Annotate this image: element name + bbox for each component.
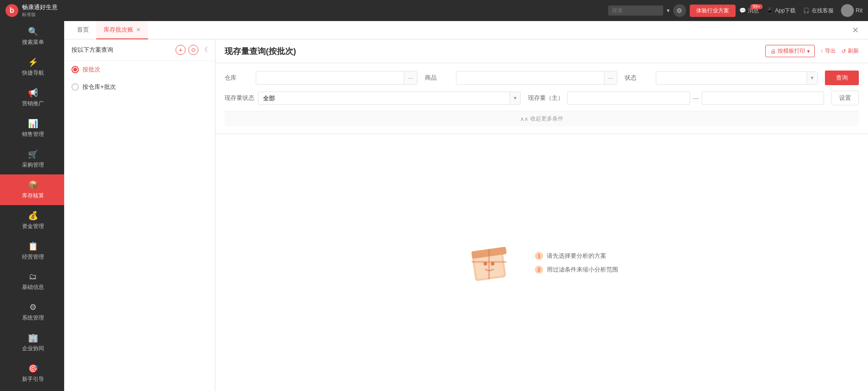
filter-panel-title: 按以下方案查询 bbox=[71, 46, 113, 54]
phone-icon: 📱 bbox=[766, 7, 773, 14]
main-layout: 🔍 搜索菜单 ⚡ 快捷导航 📢 营销推广 📊 销售管理 🛒 采购管理 📦 库存核… bbox=[0, 21, 868, 391]
app-download-btn[interactable]: 📱 App下载 bbox=[766, 7, 796, 15]
inventory-status-dropdown-arrow: ▾ bbox=[510, 92, 520, 104]
status-select[interactable]: 启用 停用 bbox=[656, 72, 807, 84]
quantity-field: 现存量（主） — bbox=[528, 92, 824, 105]
header-actions: 🖨 按模板打印 ▾ ↑ 导出 ↺ 刷新 bbox=[765, 45, 859, 57]
warehouse-input[interactable] bbox=[256, 71, 404, 84]
avatar-image bbox=[841, 4, 854, 17]
range-separator: — bbox=[693, 95, 699, 102]
filter-collapse-btn[interactable]: 《 bbox=[201, 46, 208, 54]
sidebar-item-inventory[interactable]: 📦 库存核算 bbox=[0, 174, 64, 205]
search-input[interactable] bbox=[608, 5, 663, 16]
radio-by-batch bbox=[71, 66, 79, 73]
status-label: 状态 bbox=[625, 74, 652, 82]
content-area: 首页 库存批次账 ✕ ✕ 按以下方案查询 + ⊙ 《 bbox=[64, 21, 868, 391]
status-select-wrap: 启用 停用 ▾ bbox=[656, 71, 818, 85]
megaphone-icon: 📢 bbox=[28, 88, 38, 98]
warehouse-dots-btn[interactable]: ··· bbox=[404, 71, 417, 84]
chevron-up-icon: ∧∧ bbox=[520, 116, 528, 122]
tab-bar: 首页 库存批次账 ✕ ✕ bbox=[64, 21, 868, 39]
quantity-label: 现存量（主） bbox=[528, 94, 564, 102]
export-icon: ↑ bbox=[820, 48, 823, 54]
lightning-icon: ⚡ bbox=[28, 57, 38, 67]
tab-inventory-batch[interactable]: 库存批次账 ✕ bbox=[96, 21, 148, 39]
query-btn[interactable]: 查询 bbox=[825, 71, 859, 85]
inventory-status-select[interactable]: 全部 有库存 无库存 bbox=[258, 92, 510, 104]
panel-close-btn[interactable]: ✕ bbox=[848, 25, 863, 35]
refresh-btn[interactable]: ↺ 刷新 bbox=[841, 47, 859, 55]
search-dropdown-btn[interactable]: ▾ bbox=[667, 7, 670, 14]
user-avatar[interactable]: Rit bbox=[841, 4, 863, 17]
filter-panel: 按以下方案查询 + ⊙ 《 按批次 按仓库+批次 bbox=[64, 39, 215, 391]
collapse-more-btn[interactable]: ∧∧ 收起更多条件 bbox=[225, 111, 859, 126]
sidebar-item-sales[interactable]: 📊 销售管理 bbox=[0, 113, 64, 144]
product-field: 商品 ··· bbox=[425, 71, 618, 85]
page-title: 现存量查询(按批次) bbox=[225, 46, 296, 57]
tab-home[interactable]: 首页 bbox=[70, 21, 96, 39]
warehouse-label: 仓库 bbox=[225, 74, 252, 82]
building-icon: 🏢 bbox=[28, 333, 38, 343]
sidebar: 🔍 搜索菜单 ⚡ 快捷导航 📢 营销推广 📊 销售管理 🛒 采购管理 📦 库存核… bbox=[0, 21, 64, 391]
refresh-icon: ↺ bbox=[841, 48, 846, 54]
app-name: 畅康通好生意 标准版 bbox=[22, 3, 604, 18]
sidebar-item-purchase[interactable]: 🛒 采购管理 bbox=[0, 144, 64, 174]
empty-illustration bbox=[465, 235, 520, 290]
settings-icon[interactable]: ⚙ bbox=[673, 4, 686, 17]
inventory-status-label: 现存量状态 bbox=[225, 94, 254, 102]
page-content: 按以下方案查询 + ⊙ 《 按批次 按仓库+批次 bbox=[64, 39, 868, 391]
product-label: 商品 bbox=[425, 74, 452, 82]
sidebar-item-marketing[interactable]: 📢 营销推广 bbox=[0, 82, 64, 113]
trial-btn[interactable]: 体验行业方案 bbox=[690, 5, 736, 17]
filter-item-by-batch[interactable]: 按批次 bbox=[64, 61, 215, 78]
quantity-max-input[interactable] bbox=[702, 92, 824, 105]
filter-add-btn[interactable]: + bbox=[176, 45, 186, 55]
page-header: 现存量查询(按批次) 🖨 按模板打印 ▾ ↑ 导出 ↺ bbox=[215, 39, 868, 63]
quantity-range: — bbox=[567, 92, 824, 105]
status-dropdown-arrow: ▾ bbox=[807, 72, 817, 84]
query-form: 仓库 ··· 商品 ··· bbox=[215, 63, 868, 134]
quantity-min-input[interactable] bbox=[567, 92, 690, 105]
topbar-right: 💬 消息 99+ 📱 App下载 🎧 在线客服 Rit bbox=[739, 4, 863, 17]
target-icon: 🎯 bbox=[28, 364, 38, 374]
tab-close-btn[interactable]: ✕ bbox=[136, 27, 141, 33]
product-input[interactable] bbox=[456, 71, 604, 84]
form-row-1: 仓库 ··· 商品 ··· bbox=[225, 71, 859, 85]
status-field: 状态 启用 停用 ▾ bbox=[625, 71, 818, 85]
print-icon: 🖨 bbox=[770, 48, 776, 54]
sidebar-item-system[interactable]: ⚙ 系统管理 bbox=[0, 297, 64, 327]
sidebar-item-finance[interactable]: 💰 资金管理 bbox=[0, 205, 64, 236]
filter-config-btn[interactable]: ⊙ bbox=[188, 45, 198, 55]
empty-hint-1: 1 请先选择要分析的方案 bbox=[535, 252, 618, 260]
warehouse-field: 仓库 ··· bbox=[225, 71, 418, 85]
sidebar-item-quick-nav[interactable]: ⚡ 快捷导航 bbox=[0, 52, 64, 82]
filter-item-by-warehouse-batch[interactable]: 按仓库+批次 bbox=[64, 78, 215, 96]
settings-btn[interactable]: 设置 bbox=[831, 91, 859, 105]
sidebar-item-enterprise[interactable]: 🏢 企业协同 bbox=[0, 327, 64, 358]
online-service-btn[interactable]: 🎧 在线客服 bbox=[803, 7, 834, 15]
messages-btn[interactable]: 💬 消息 99+ bbox=[739, 7, 759, 15]
export-btn[interactable]: ↑ 导出 bbox=[820, 47, 836, 55]
sidebar-item-guide[interactable]: 🎯 新手引导 bbox=[0, 358, 64, 389]
query-area: 现存量查询(按批次) 🖨 按模板打印 ▾ ↑ 导出 ↺ bbox=[215, 39, 868, 391]
sidebar-item-basic[interactable]: 🗂 基础信息 bbox=[0, 266, 64, 297]
inventory-status-field: 现存量状态 全部 有库存 无库存 ▾ bbox=[225, 92, 521, 105]
warehouse-input-wrap: ··· bbox=[256, 71, 418, 85]
radio-by-warehouse-batch bbox=[71, 83, 79, 91]
gear-icon: ⚙ bbox=[29, 302, 37, 312]
product-dots-btn[interactable]: ··· bbox=[604, 71, 617, 84]
inventory-status-select-wrap: 全部 有库存 无库存 ▾ bbox=[258, 92, 521, 105]
empty-hints: 1 请先选择要分析的方案 2 用过滤条件来缩小分析范围 bbox=[535, 252, 618, 274]
sidebar-item-search[interactable]: 🔍 搜索菜单 bbox=[0, 21, 64, 52]
app-logo: b bbox=[5, 4, 18, 17]
filter-panel-btns: + ⊙ 《 bbox=[176, 45, 208, 55]
empty-state: 1 请先选择要分析的方案 2 用过滤条件来缩小分析范围 bbox=[215, 134, 868, 391]
template-print-btn[interactable]: 🖨 按模板打印 ▾ bbox=[765, 45, 815, 57]
headset-icon: 🎧 bbox=[803, 7, 810, 14]
sidebar-item-operation[interactable]: 📋 经营管理 bbox=[0, 236, 64, 266]
sidebar-item-apps[interactable]: 📱 应用中心 bbox=[0, 389, 64, 391]
package-icon: 📦 bbox=[28, 180, 38, 190]
print-dropdown-icon: ▾ bbox=[807, 48, 810, 54]
search-icon: 🔍 bbox=[28, 27, 38, 37]
cart-icon: 🛒 bbox=[28, 149, 38, 159]
